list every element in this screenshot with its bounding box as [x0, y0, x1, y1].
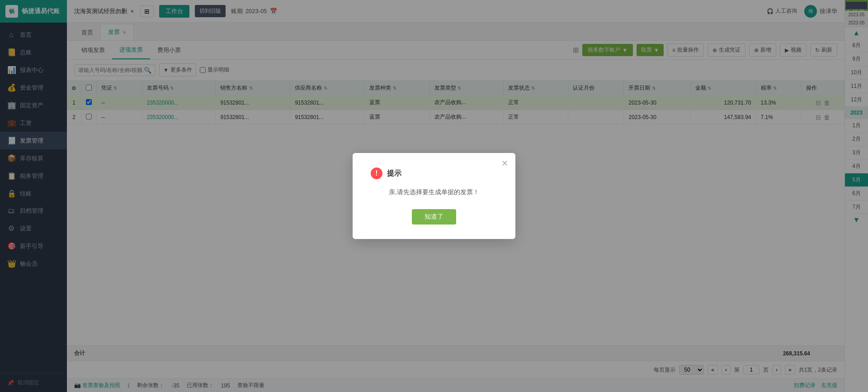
modal-ok-button[interactable]: 知道了: [412, 209, 456, 225]
modal-close-button[interactable]: ✕: [501, 158, 508, 168]
modal-warning-icon: !: [371, 167, 382, 179]
modal-body: 亲,请先选择要生成单据的发票！: [371, 188, 497, 196]
modal-header: ! 提示: [371, 167, 497, 179]
modal-overlay: ✕ ! 提示 亲,请先选择要生成单据的发票！ 知道了: [0, 0, 868, 392]
modal-footer: 知道了: [371, 209, 497, 225]
modal-box: ✕ ! 提示 亲,请先选择要生成单据的发票！ 知道了: [353, 153, 515, 239]
modal-title: 提示: [387, 169, 401, 178]
